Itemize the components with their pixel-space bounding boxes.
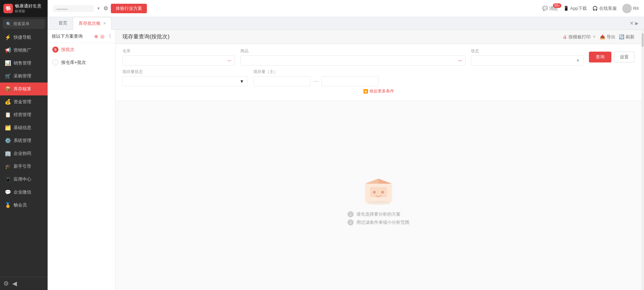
search-icon: 🔍 — [6, 22, 11, 26]
goods-label: 商品 — [240, 48, 465, 54]
sidebar-item-purchase[interactable]: 🛒 采购管理 — [0, 70, 48, 83]
sidebar-item-wechat[interactable]: 💬 企业微信 — [0, 186, 48, 199]
trial-btn[interactable]: 体验行业方案 — [111, 4, 147, 13]
dropdown-arrow-icon[interactable]: ▼ — [97, 6, 101, 11]
collapse-up-icon: 🔼 — [363, 89, 368, 94]
app-logo: 畅 — [3, 4, 13, 13]
nav-icon-member: 🏅 — [5, 202, 11, 208]
panel-header-label: 按以下方案查询 — [52, 33, 83, 39]
main-content: ▬▬▬ ▼ ⚙ 体验行业方案 💬 消息 99+ 📱 App下载 🎧 在线客服 R — [48, 0, 644, 290]
panel-collapse-icon[interactable]: 《 — [106, 33, 111, 39]
warehouse-batch-dot: ○ — [52, 59, 58, 66]
sidebar-item-marketing[interactable]: 📢 营销推广 — [0, 44, 48, 57]
nav-icon-sales: 📊 — [5, 60, 11, 66]
nav-icon-quick: ⚡ — [5, 34, 11, 40]
app-download-btn[interactable]: 📱 App下载 — [563, 5, 587, 12]
user-avatar-area[interactable]: Rit — [622, 4, 639, 13]
app-subtitle: 标准版 — [15, 9, 41, 14]
hint-num-1: 1 — [348, 211, 354, 217]
page-actions: 🖨 按模板打印 ▼ 📤 导出 🔄 刷新 — [563, 34, 634, 40]
warehouse-dots[interactable]: ··· — [227, 58, 231, 63]
sidebar-item-basic[interactable]: 🗂️ 基础信息 — [0, 121, 48, 134]
tabbar: 首页 库存批次账 × ✕ ▶ — [48, 17, 644, 30]
panel-add-icon[interactable]: ⊕ — [94, 34, 98, 39]
topbar-left: ▬▬▬ ▼ ⚙ 体验行业方案 — [53, 4, 540, 13]
sidebar-item-member[interactable]: 🏅 畅会员 — [0, 199, 48, 212]
online-service-btn[interactable]: 🎧 在线客服 — [592, 5, 617, 12]
nav-icon-finance: 💰 — [5, 99, 11, 105]
sidebar-item-newbie[interactable]: 🎓 新手引导 — [0, 160, 48, 173]
avatar — [622, 4, 632, 13]
panel-item-by-warehouse-batch[interactable]: ○ 按仓库+批次 — [48, 56, 115, 69]
sidebar-item-system[interactable]: ⚙️ 系统管理 — [0, 134, 48, 147]
goods-input[interactable]: ··· — [240, 55, 465, 66]
sidebar-item-enterprise[interactable]: 🏢 企业协同 — [0, 147, 48, 160]
right-scrollbar[interactable] — [641, 30, 644, 290]
sidebar-item-finance[interactable]: 💰 资金管理 — [0, 95, 48, 108]
messages-badge: 99+ — [553, 3, 561, 8]
sidebar-item-operation[interactable]: 📋 经营管理 — [0, 108, 48, 121]
sidebar-item-appstore[interactable]: 📱 应用中心 — [0, 173, 48, 186]
empty-hints: 1 请先选择要分析的方案 2 用过滤条件来缩小分析范围 — [348, 211, 409, 225]
topbar-right: 💬 消息 99+ 📱 App下载 🎧 在线客服 Rit — [542, 4, 639, 13]
panel-item-by-batch[interactable]: 6 按批次 — [48, 43, 115, 56]
warehouse-input[interactable]: ··· — [122, 55, 235, 66]
hint-num-2: 2 — [348, 219, 354, 225]
collapse-filter-btn[interactable]: 🔼 收起更多条件 — [122, 86, 634, 96]
stock-qty-label: 现存量（主） — [253, 69, 379, 75]
print-dropdown-icon[interactable]: ▼ — [592, 34, 596, 39]
topbar-search[interactable]: ▬▬▬ — [53, 5, 94, 12]
filter-goods: 商品 ··· — [240, 48, 465, 66]
page-header: 现存量查询(按批次) 🖨 按模板打印 ▼ 📤 导出 🔄 刷新 — [116, 30, 641, 44]
nav-icon-basic: 🗂️ — [5, 125, 11, 131]
stock-status-select[interactable]: ▼ — [122, 76, 248, 86]
settings-footer-icon[interactable]: ⚙ — [3, 280, 9, 287]
sidebar-item-inventory[interactable]: 📦 库存核算 — [0, 83, 48, 95]
settings-gear-icon[interactable]: ⚙ — [103, 5, 108, 12]
sidebar-header: 畅 畅康通好生意 标准版 — [0, 0, 48, 17]
tab-close-icon[interactable]: × — [103, 21, 106, 26]
tab-panel-arrow-icon[interactable]: ▶ — [635, 21, 639, 26]
sidebar-item-quick-nav[interactable]: ⚡ 快捷导航 — [0, 31, 48, 44]
query-button[interactable]: 查询 — [589, 52, 611, 62]
empty-svg — [358, 165, 399, 206]
page-title: 现存量查询(按批次) — [122, 33, 170, 40]
status-input[interactable]: ▼ — [471, 55, 583, 66]
tab-home[interactable]: 首页 — [53, 17, 73, 30]
stock-status-arrow-icon: ▼ — [240, 79, 244, 84]
refresh-btn[interactable]: 🔄 刷新 — [619, 34, 634, 40]
tab-inventory-batch[interactable]: 库存批次账 × — [73, 17, 112, 30]
sidebar-search[interactable]: 🔍 搜索菜单 — [3, 19, 45, 29]
messages-btn[interactable]: 💬 消息 99+ — [542, 5, 558, 12]
nav-icon-purchase: 🛒 — [5, 73, 11, 79]
qty-divider: — — [313, 78, 319, 84]
export-btn[interactable]: 📤 导出 — [600, 34, 615, 40]
panel-settings-icon[interactable]: ◎ — [100, 34, 104, 39]
sidebar-item-sales[interactable]: 📊 销售管理 — [0, 57, 48, 70]
stock-status-label: 现存量状态 — [122, 69, 248, 75]
empty-hint-2: 2 用过滤条件来缩小分析范围 — [348, 219, 409, 225]
content-area: 按以下方案查询 ⊕ ◎ 《 6 按批次 ○ 按仓库+批次 — [48, 30, 644, 290]
panel-header: 按以下方案查询 ⊕ ◎ 《 — [48, 30, 115, 43]
empty-illustration — [358, 165, 399, 206]
nav-icon-inventory: 📦 — [5, 86, 11, 92]
nav-icon-newbie: 🎓 — [5, 163, 11, 169]
sidebar-footer: ⚙ ◀ — [0, 277, 48, 290]
stock-qty-from[interactable] — [253, 76, 310, 86]
collapse-sidebar-icon[interactable]: ◀ — [12, 280, 17, 287]
goods-dots[interactable]: ··· — [458, 58, 462, 63]
filter-row-2: 现存量状态 ▼ 现存量（主） — — [122, 69, 634, 86]
filter-stock-status: 现存量状态 ▼ — [122, 69, 248, 86]
status-arrow-icon[interactable]: ▼ — [576, 58, 580, 62]
tab-panel-close-icon[interactable]: ✕ — [629, 20, 634, 26]
svg-point-2 — [373, 191, 376, 194]
setting-button[interactable]: 设置 — [614, 52, 634, 62]
print-icon: 🖨 — [563, 34, 567, 39]
print-btn[interactable]: 🖨 按模板打印 ▼ — [563, 34, 596, 40]
right-scrollbar-thumb[interactable] — [642, 33, 644, 47]
empty-hint-1: 1 请先选择要分析的方案 — [348, 211, 409, 217]
svg-rect-1 — [370, 187, 387, 197]
stock-qty-to[interactable] — [321, 76, 378, 86]
filter-status: 状态 ▼ — [471, 48, 583, 66]
headset-icon: 🎧 — [592, 6, 598, 11]
